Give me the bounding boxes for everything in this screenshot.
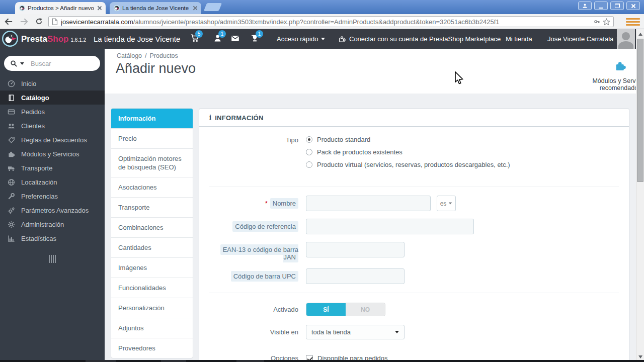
page-scrollbar[interactable] [636,29,644,362]
tab-combinaciones[interactable]: Combinaciones [111,218,193,238]
recommended-modules-label: Módulos y Servicios recomendados [578,77,644,92]
sidebar-item-label: Estadísticas [21,235,56,242]
sidebar-item-catalogo[interactable]: Catálogo [0,90,105,105]
information-panel: i INFORMACIÓN Tipo Producto standard Pac… [199,108,629,362]
browser-tab-strip: Productos > Añadir nuevo La tienda de Jo… [0,0,644,14]
sidebar-item-parametros-avanzados[interactable]: Parámetros Avanzados [0,203,105,217]
breadcrumb-productos[interactable]: Productos [150,52,178,59]
panel-title: INFORMACIÓN [215,114,263,122]
sidebar-item-preferencias[interactable]: Preferencias [0,189,105,203]
tab-transporte[interactable]: Transporte [111,198,193,218]
credit-card-icon [7,108,16,116]
sidebar-collapse-handle-icon[interactable] [0,255,105,263]
reload-icon [35,18,43,25]
toggle-yes[interactable]: SÍ [306,303,346,316]
back-button[interactable] [2,16,15,28]
browser-tab-active[interactable]: Productos > Añadir nuevo [15,2,106,14]
sidebar-item-modulos[interactable]: Módulos y Servicios [0,147,105,161]
tab-imagenes[interactable]: Imágenes [111,258,193,278]
profile-button[interactable] [578,2,592,10]
sidebar-item-transporte[interactable]: Transporte [0,161,105,175]
visible-select[interactable]: toda la tienda [306,325,405,339]
my-shop-link[interactable]: Mi tienda [506,35,532,43]
scrollbar-thumb[interactable] [637,39,643,182]
tab-proveedores[interactable]: Proveedores [111,338,193,358]
language-selector-button[interactable]: es [437,196,456,211]
referencia-input[interactable] [306,219,474,234]
chevron-down-icon [321,38,325,40]
radio-producto-standard[interactable]: Producto standard [306,136,510,143]
sidebar-item-inicio[interactable]: Inicio [0,76,105,90]
tab-seo[interactable]: Optimización motores de búsqueda (SEO) [111,149,193,177]
messages-indicator[interactable] [230,34,240,44]
new-tab-button[interactable] [204,3,222,11]
sidebar-item-localizacion[interactable]: Localización [0,175,105,189]
scroll-down-icon[interactable] [638,355,642,358]
upc-input[interactable] [306,268,405,284]
tipo-field-row: Tipo Producto standard Pack de productos… [209,136,619,173]
dashboard-icon [7,80,16,87]
tab-asociaciones[interactable]: Asociaciones [111,177,193,198]
achievements-indicator[interactable]: 1 [251,34,259,44]
tab-precio[interactable]: Precio [111,129,193,149]
bookmark-star-icon[interactable] [603,18,610,26]
upc-label: Código de barra UPC [231,271,298,282]
gear-icon [7,221,16,228]
shop-name-link[interactable]: La tienda de Jose Vicente [94,35,180,43]
recommended-modules-button[interactable]: Módulos y Servicios recomendados [578,60,644,92]
radio-icon[interactable] [306,136,312,143]
address-bar[interactable]: josevicentecarratala.com/alumnos/jvicent… [48,16,614,27]
radio-icon[interactable] [306,161,312,168]
sidebar-item-administracion[interactable]: Administración [0,217,105,231]
tab-personalizacion[interactable]: Personalización [111,298,193,318]
sidebar-item-label: Módulos y Servicios [21,150,79,158]
scroll-up-icon[interactable] [638,33,642,36]
ean-input[interactable] [306,242,405,257]
sidebar-item-pedidos[interactable]: Pedidos [0,105,105,119]
close-window-button[interactable] [626,2,640,10]
wrench-icon [7,193,16,200]
search-icon [10,60,18,67]
ean-label: EAN-13 o código de barra JAN [220,244,298,262]
key-icon[interactable] [594,18,600,25]
tab-funcionalidades[interactable]: Funcionalidades [111,278,193,298]
sidebar-item-label: Reglas de Descuentos [21,136,87,144]
nombre-input[interactable] [306,196,431,211]
quick-access-menu[interactable]: Acceso rápido [277,35,325,43]
minimize-button[interactable] [594,2,608,10]
reload-button[interactable] [32,16,45,28]
carts-indicator[interactable]: 5 [190,34,200,44]
sidebar-item-reglas-descuentos[interactable]: Reglas de Descuentos [0,133,105,147]
marketplace-link[interactable]: Conectar con su cuenta de PrestaShop Mar… [338,35,501,43]
trophy-badge: 1 [256,30,263,38]
close-icon[interactable] [193,6,198,11]
browser-tab-inactive[interactable]: La tienda de Jose Vicente [110,2,201,14]
sidebar-item-estadisticas[interactable]: Estadísticas [0,231,105,245]
customers-indicator[interactable]: 1 [213,34,222,44]
radio-pack-productos[interactable]: Pack de productos existentes [306,148,510,156]
avatar[interactable] [617,29,635,49]
activado-toggle[interactable]: SÍ NO [306,303,385,316]
page-icon [52,18,58,25]
radio-icon[interactable] [306,149,312,155]
chrome-menu-button[interactable] [626,17,640,27]
search-input[interactable]: Buscar [31,60,51,67]
forward-button[interactable] [17,16,30,28]
activado-field-row: Activado SÍ NO [209,303,619,316]
toggle-no[interactable]: NO [346,303,385,316]
close-icon[interactable] [97,6,102,11]
radio-producto-virtual[interactable]: Producto virtual (servicios, reservas, p… [306,161,510,168]
breadcrumb-catalogo[interactable]: Catálogo [117,52,142,59]
tab-adjuntos[interactable]: Adjuntos [111,318,193,338]
tab-cantidades[interactable]: Cantidades [111,238,193,258]
user-menu[interactable]: Jose Vicente Carratala [547,35,620,43]
tab-informacion[interactable]: Información [111,109,193,129]
required-mark: * [265,200,268,207]
content-header: Catálogo/Productos Añadir nuevo Módulos … [105,49,636,94]
restore-button[interactable] [610,2,624,10]
search-scope-caret-icon[interactable] [20,62,24,65]
sidebar-item-label: Administración [21,221,64,228]
puzzle-icon [614,60,627,72]
sidebar-search[interactable]: Buscar [4,56,100,71]
sidebar-item-clientes[interactable]: Clientes [0,119,105,133]
